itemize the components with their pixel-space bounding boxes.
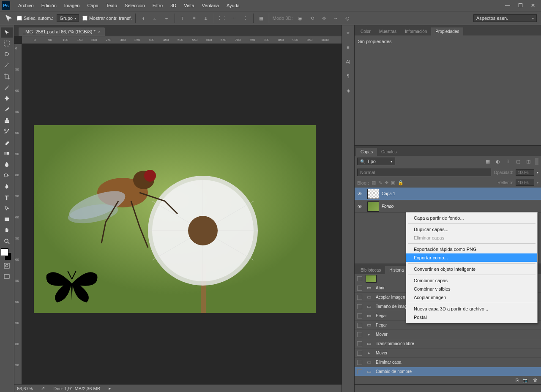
tab-muestras[interactable]: Muestras <box>375 27 401 35</box>
3d-orbit-icon[interactable]: ◉ <box>296 14 304 22</box>
context-menu-item[interactable]: Combinar capas <box>406 276 537 285</box>
history-row[interactable]: ▭ Transformación libre <box>355 339 541 348</box>
history-brush-tool[interactable] <box>1 126 13 136</box>
auto-select-checkbox[interactable]: Selec. autom.: <box>17 16 53 21</box>
pen-tool[interactable] <box>1 181 13 191</box>
filter-type-icon[interactable]: T <box>505 158 511 165</box>
export-icon[interactable]: ↗ <box>41 386 45 391</box>
layer-row[interactable]: 👁 Fondo <box>355 200 541 213</box>
screenmode-tool[interactable] <box>1 272 13 282</box>
menu-ventana[interactable]: Ventana <box>198 1 223 10</box>
lock-position-icon[interactable]: ✥ <box>385 180 388 185</box>
history-check[interactable] <box>357 304 362 309</box>
3d-pan-icon[interactable]: ✥ <box>320 14 328 22</box>
blend-mode-select[interactable]: Normal <box>357 169 491 176</box>
path-select-tool[interactable] <box>1 203 13 213</box>
rail-char-icon[interactable]: A| <box>344 57 352 66</box>
context-menu-item[interactable]: Exportar como... <box>406 253 537 262</box>
history-check[interactable] <box>357 360 362 365</box>
lock-pixels-icon[interactable]: ✎ <box>378 180 382 185</box>
menu-imagen[interactable]: Imagen <box>60 1 84 10</box>
align-center-h-icon[interactable]: ⫠ <box>151 14 159 22</box>
zoom-level[interactable]: 66,67% <box>17 386 33 391</box>
zoom-tool[interactable] <box>1 236 13 246</box>
rail-layers-icon[interactable]: ≡ <box>344 43 352 52</box>
context-menu-item[interactable]: Combinar visibles <box>406 285 537 293</box>
3d-slide-icon[interactable]: ↔ <box>331 14 340 22</box>
context-menu-item[interactable]: Duplicar capas... <box>406 225 537 234</box>
distribute-v-icon[interactable]: ⋯ <box>230 14 238 22</box>
show-transform-checkbox[interactable]: Mostrar contr. transf. <box>82 16 132 21</box>
workspace-select[interactable]: Aspectos esen.▾ <box>473 14 537 22</box>
history-check[interactable] <box>357 369 362 374</box>
eraser-tool[interactable] <box>1 137 13 147</box>
history-row[interactable]: ▭ Cambio de nombre <box>355 367 541 376</box>
context-menu-item[interactable]: Postal <box>406 313 537 321</box>
filter-smart-icon[interactable]: ◫ <box>525 158 532 165</box>
trash-icon[interactable]: 🗑 <box>533 378 538 383</box>
new-snapshot-icon[interactable]: ⎘ <box>516 378 519 383</box>
document-tab[interactable]: _MG_2581.psd al 66,7% (RGB/8) * × <box>19 27 105 36</box>
context-menu-item[interactable]: Exportación rápida como PNG <box>406 245 537 253</box>
tab-capas[interactable]: Capas <box>356 148 377 156</box>
rail-cube-icon[interactable]: ◈ <box>344 86 352 95</box>
dodge-tool[interactable] <box>1 170 13 180</box>
quickmask-tool[interactable] <box>1 261 13 271</box>
camera-icon[interactable]: 📷 <box>523 378 529 383</box>
auto-align-icon[interactable]: ▦ <box>257 14 265 22</box>
context-menu-item[interactable]: Convertir en objeto inteligente <box>406 265 537 273</box>
menu-filtro[interactable]: Filtro <box>149 1 167 10</box>
history-check[interactable] <box>357 286 362 291</box>
shape-tool[interactable] <box>1 214 13 224</box>
menu-seleccion[interactable]: Selección <box>121 1 149 10</box>
layer-filter-type[interactable]: 🔍 Tipo ▾ <box>357 158 395 165</box>
layer-thumbnail[interactable] <box>367 201 379 212</box>
filter-toggle[interactable] <box>535 158 538 165</box>
history-row[interactable]: ▸ Mover <box>355 348 541 358</box>
lasso-tool[interactable] <box>1 49 13 60</box>
group-select[interactable]: Grupo▾ <box>57 14 79 22</box>
context-menu-item[interactable]: Nueva capa 3D a partir de archivo... <box>406 305 537 313</box>
eyedropper-tool[interactable] <box>1 82 13 93</box>
crop-tool[interactable] <box>1 71 13 82</box>
history-check[interactable] <box>357 276 362 281</box>
menu-capa[interactable]: Capa <box>83 1 102 10</box>
layer-thumbnail[interactable] <box>367 189 379 199</box>
rail-3d-icon[interactable]: ✳ <box>344 29 352 37</box>
tab-color[interactable]: Color <box>356 27 375 35</box>
stamp-tool[interactable] <box>1 115 13 125</box>
tab-propiedades[interactable]: Propiedades <box>431 27 463 35</box>
3d-roll-icon[interactable]: ⟲ <box>308 14 316 22</box>
layer-name[interactable]: Fondo <box>382 204 393 209</box>
history-check[interactable] <box>357 332 362 337</box>
lock-artboard-icon[interactable]: ▣ <box>391 180 395 185</box>
rail-para-icon[interactable]: ¶ <box>344 72 352 80</box>
status-arrow[interactable]: ▸ <box>109 386 111 391</box>
history-check[interactable] <box>357 341 362 346</box>
menu-texto[interactable]: Texto <box>102 1 121 10</box>
align-right-icon[interactable]: ⫟ <box>163 14 171 22</box>
menu-archivo[interactable]: Archivo <box>14 1 38 10</box>
distribute-h-icon[interactable]: ⋮⋮ <box>218 14 226 22</box>
history-row[interactable]: ▭ Eliminar capa <box>355 358 541 367</box>
marquee-tool[interactable] <box>1 38 13 49</box>
tab-canales[interactable]: Canales <box>377 148 401 156</box>
gradient-tool[interactable] <box>1 148 13 158</box>
distribute-3-icon[interactable]: ⋮ <box>241 14 250 22</box>
filter-shape-icon[interactable]: ▢ <box>515 158 522 165</box>
maximize-button[interactable]: ❐ <box>514 1 527 10</box>
menu-ayuda[interactable]: Ayuda <box>223 1 243 10</box>
layer-visibility-icon[interactable]: 👁 <box>355 204 365 209</box>
menu-edicion[interactable]: Edición <box>38 1 60 10</box>
history-check[interactable] <box>357 351 362 356</box>
move-tool[interactable] <box>1 27 13 38</box>
history-check[interactable] <box>357 313 362 318</box>
lock-transparent-icon[interactable]: ▨ <box>372 180 376 185</box>
brush-tool[interactable] <box>1 104 13 114</box>
type-tool[interactable]: T <box>1 192 13 202</box>
tab-bibliotecas[interactable]: Bibliotecas <box>356 266 385 274</box>
color-swatches[interactable] <box>1 248 13 260</box>
menu-vista[interactable]: Vista <box>180 1 198 10</box>
filter-image-icon[interactable]: ▦ <box>484 158 491 165</box>
hand-tool[interactable] <box>1 225 13 235</box>
